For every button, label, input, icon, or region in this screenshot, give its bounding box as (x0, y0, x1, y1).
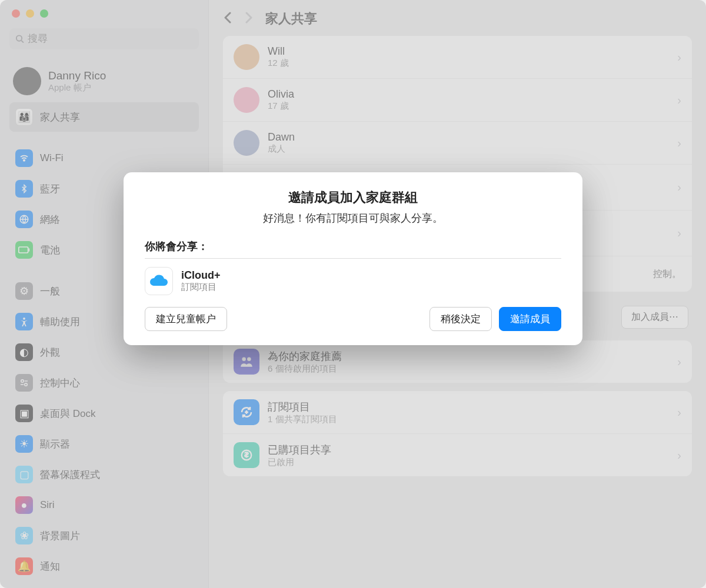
icloud-icon (145, 267, 173, 295)
decide-later-button[interactable]: 稍後決定 (429, 307, 492, 331)
modal-title: 邀請成員加入家庭群組 (145, 189, 561, 206)
share-item-sub: 訂閱項目 (181, 282, 221, 293)
invite-modal: 邀請成員加入家庭群組 好消息！你有訂閱項目可與家人分享。 你將會分享： iClo… (124, 172, 582, 345)
modal-share-label: 你將會分享： (145, 239, 561, 259)
create-child-account-button[interactable]: 建立兒童帳户 (145, 307, 227, 331)
share-item-title: iCloud+ (181, 269, 221, 282)
settings-window: Danny Rico Apple 帳户 👨‍👩‍👧 家人共享 Wi-Fi 藍牙 (0, 0, 706, 588)
modal-subtitle: 好消息！你有訂閱項目可與家人分享。 (145, 211, 561, 225)
share-item-row: iCloud+ 訂閱項目 (145, 259, 561, 307)
modal-overlay: 邀請成員加入家庭群組 好消息！你有訂閱項目可與家人分享。 你將會分享： iClo… (0, 0, 706, 588)
invite-members-button[interactable]: 邀請成員 (499, 307, 561, 331)
